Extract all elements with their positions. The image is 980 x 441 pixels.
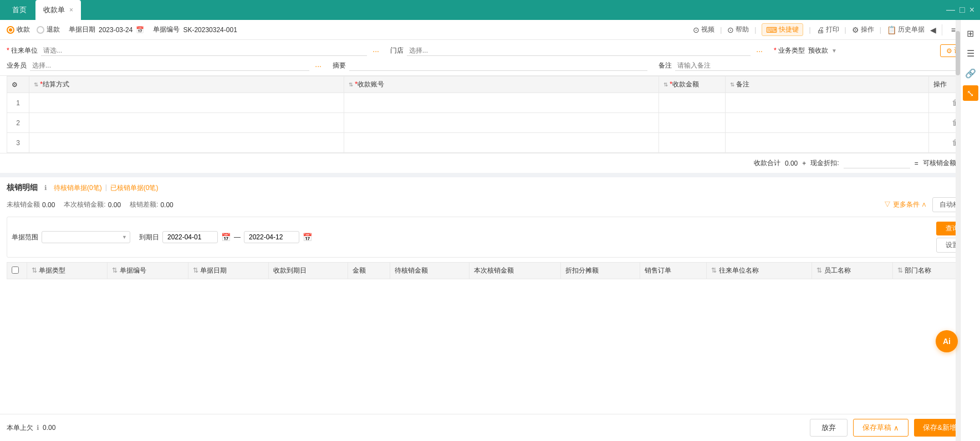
summary-total-value: 0.00	[785, 160, 798, 167]
verify-table: ⇅ 单据类型 ⇅ 单据编号 ⇅ 单据日期 收款到期日 金额 待核销金额 本次核销…	[7, 262, 973, 279]
help-action[interactable]: ⊙ 帮助	[727, 25, 749, 34]
bill-no-label: 单据编号	[153, 25, 180, 34]
verify-table-wrapper: ⇅ 单据类型 ⇅ 单据编号 ⇅ 单据日期 收款到期日 金额 待核销金额 本次核销…	[7, 262, 973, 408]
history-action[interactable]: 📋 历史单据	[887, 25, 925, 34]
summary-total-label: 收款合计	[754, 158, 780, 168]
video-action[interactable]: ⊙ 视频	[693, 25, 714, 34]
stat-current-value: 0.00	[108, 201, 121, 209]
col-settings[interactable]: ⚙	[7, 76, 29, 93]
verify-info-icon[interactable]: ℹ	[44, 184, 47, 192]
done-tab[interactable]: 已核销单据(0笔)	[110, 183, 159, 193]
sidebar-table-icon[interactable]: ⊞	[963, 25, 978, 41]
shortcut-label: 快捷键	[779, 25, 799, 34]
save-draft-button[interactable]: 保存草稿 ∧	[853, 419, 908, 437]
collection-tab[interactable]: 收款单 ×	[35, 0, 81, 20]
row1-remark[interactable]	[726, 93, 929, 113]
remark-input[interactable]	[675, 60, 973, 71]
stat-unpaid: 未核销金额 0.00	[7, 200, 55, 209]
save-draft-arrow: ∧	[894, 424, 899, 432]
bill-range-select[interactable]	[42, 231, 130, 243]
remark-label: 备注	[659, 61, 672, 70]
close-icon[interactable]: ×	[969, 5, 974, 15]
abandon-button[interactable]: 放弃	[810, 419, 848, 437]
row2-account[interactable]	[344, 113, 659, 133]
refund-radio[interactable]: 退款	[37, 25, 60, 34]
shortcut-icon: ⌨	[766, 25, 777, 34]
table-row: 2 🗑 ⧉	[7, 113, 973, 133]
verification-section: 核销明细 ℹ 待核销单据(0笔) | 已核销单据(0笔) 未核销金额 0.00 …	[0, 177, 980, 414]
close-tab-icon[interactable]: ×	[69, 6, 73, 14]
due-date-field: 到期日 📅 — 📅	[139, 231, 312, 243]
print-action[interactable]: 🖨 打印	[816, 25, 839, 34]
stat-diff-value: 0.00	[160, 201, 173, 209]
due-date-end-calendar-icon[interactable]: 📅	[303, 233, 312, 242]
row3-remark[interactable]	[726, 133, 929, 153]
verify-header: 核销明细 ℹ 待核销单据(0笔) | 已核销单据(0笔)	[7, 183, 973, 193]
scroll-thumb[interactable]	[956, 31, 960, 75]
sidebar-attachment-icon[interactable]: 🔗	[963, 65, 978, 81]
row3-account[interactable]	[344, 133, 659, 153]
due-date-start-input[interactable]	[162, 231, 218, 243]
row1-settle[interactable]	[29, 93, 344, 113]
shop-dots-btn[interactable]: ···	[756, 47, 763, 55]
row2-remark[interactable]	[726, 113, 929, 133]
bottom-info-icon[interactable]: ℹ	[37, 424, 39, 432]
verify-col-check[interactable]	[7, 263, 27, 279]
row1-amount[interactable]	[659, 93, 726, 113]
minimize-icon[interactable]: —	[946, 5, 955, 15]
due-date-start-calendar-icon[interactable]: 📅	[221, 233, 231, 242]
ai-badge[interactable]: Ai	[936, 330, 958, 352]
select-all-checkbox[interactable]	[12, 266, 19, 274]
summary-plus: +	[802, 160, 806, 167]
verify-title: 核销明细	[7, 183, 38, 193]
counterpart-dots-btn[interactable]: ···	[372, 47, 379, 55]
counterpart-input[interactable]	[41, 45, 367, 56]
shop-input[interactable]	[407, 45, 751, 56]
receive-radio[interactable]: 收款	[7, 25, 30, 34]
refund-radio-label: 退款	[47, 25, 60, 34]
bill-date-calendar-icon[interactable]: 📅	[136, 26, 144, 34]
shortcut-action[interactable]: ⌨ 快捷键	[762, 23, 803, 36]
print-icon: 🖨	[816, 25, 824, 34]
home-tab[interactable]: 首页	[6, 5, 33, 15]
col-amount: ⇅ *收款金额	[659, 76, 726, 93]
row3-settle[interactable]	[29, 133, 344, 153]
shop-label: 门店	[390, 46, 404, 55]
form-section: * 往来单位 ··· 门店 ··· * 业务类型 预收款 ▼ ⚙ 设置	[0, 40, 980, 76]
verify-col-staff: ⇅ 员工名称	[812, 263, 892, 279]
table-row: 3 🗑 ⧉	[7, 133, 973, 153]
summary-label: 摘要	[333, 61, 346, 70]
bottom-info: 本单上欠 ℹ 0.00	[7, 423, 55, 433]
row2-amount[interactable]	[659, 113, 726, 133]
business-type-chevron[interactable]: ▼	[831, 48, 837, 54]
more-conditions-btn[interactable]: ▽ 更多条件 ∧	[884, 200, 927, 209]
staff-dots-btn[interactable]: ···	[315, 61, 321, 70]
row1-account[interactable]	[344, 93, 659, 113]
summary-discount-input[interactable]	[844, 158, 910, 168]
row2-settle[interactable]	[29, 113, 344, 133]
maximize-icon[interactable]: □	[959, 5, 965, 15]
sidebar-list-icon[interactable]: ☰	[963, 45, 978, 61]
summary-input[interactable]	[349, 60, 647, 71]
staff-input[interactable]	[30, 60, 309, 71]
col-remark: ⇅ 备注	[726, 76, 929, 93]
prev-arrow[interactable]: ◀	[930, 25, 936, 34]
operation-action[interactable]: ⚙ 操作	[852, 25, 874, 34]
verify-col-discount: 折扣分摊额	[560, 263, 640, 279]
history-icon: 📋	[887, 25, 896, 34]
scroll-track[interactable]	[956, 20, 960, 441]
bill-range-select-wrapper	[42, 231, 130, 243]
verify-col-bill-date: ⇅ 单据日期	[188, 263, 268, 279]
stat-unpaid-value: 0.00	[42, 201, 55, 209]
window-controls: — □ ×	[946, 5, 974, 15]
counterpart-field: * 往来单位 ···	[7, 45, 379, 56]
due-date-end-input[interactable]	[244, 231, 299, 243]
sidebar-expand-icon[interactable]: ⤡	[963, 85, 978, 101]
bottom-buttons: 放弃 保存草稿 ∧ 保存&新增 ∧	[810, 419, 973, 437]
pending-tab[interactable]: 待核销单据(0笔)	[54, 183, 102, 193]
row-num-1: 1	[7, 93, 29, 113]
top-nav: 首页 收款单 × — □ ×	[0, 0, 980, 20]
row3-amount[interactable]	[659, 133, 726, 153]
main-container: 收款 退款 单据日期 2023-03-24 📅 单据编号 SK-20230324…	[0, 20, 980, 441]
row-num-2: 2	[7, 113, 29, 133]
